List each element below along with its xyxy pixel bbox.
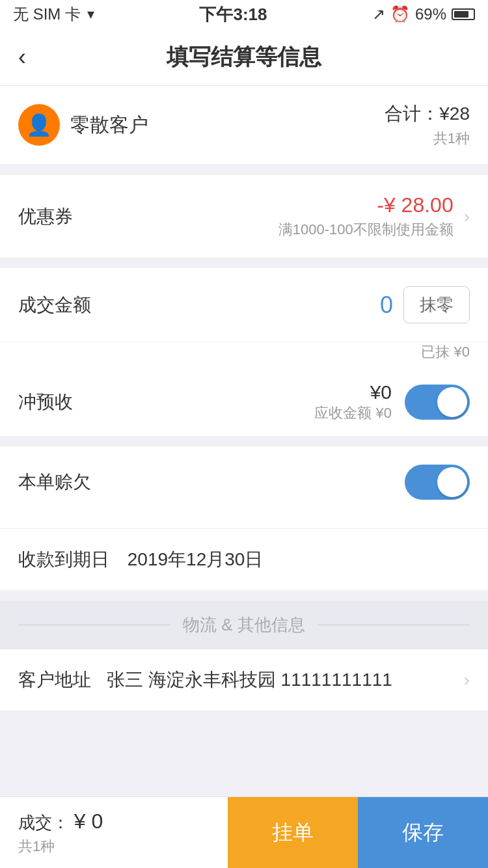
avatar: 👤 [18,104,60,146]
nav-bar: ‹ 填写结算等信息 [0,29,488,86]
amount-label: 成交金额 [18,293,91,318]
debt-label: 本单赊欠 [18,470,91,495]
save-button[interactable]: 保存 [358,797,488,868]
divider-line-right [318,625,470,625]
bottom-count: 共1种 [18,837,210,856]
prepayment-toggle[interactable] [405,385,470,420]
customer-count: 共1种 [385,129,470,148]
bottom-bar: 成交： ¥ 0 共1种 挂单 保存 [0,796,488,868]
customer-row: 👤 零散客户 合计：¥28 共1种 [0,86,488,164]
customer-right: 合计：¥28 共1种 [385,102,470,148]
bottom-total-line: 成交： ¥ 0 [18,809,210,834]
status-time: 下午3:18 [199,3,267,26]
amount-section: 成交金额 0 抹零 已抹 ¥0 冲预收 ¥0 应收金额 ¥0 [0,268,488,436]
bottom-total-value: ¥ 0 [74,809,103,833]
amount-value: 0 [380,292,393,319]
prepayment-sub: 应收金额 ¥0 [314,403,392,423]
coupon-row[interactable]: 优惠券 -¥ 28.00 满1000-100不限制使用金额 › [0,174,488,258]
wifi-icon: ▾ [87,6,94,23]
debt-row: 本单赊欠 [0,446,488,518]
amount-right: 0 抹零 [380,286,470,323]
customer-total: 合计：¥28 [385,102,470,126]
coupon-desc: 满1000-100不限制使用金额 [278,220,454,239]
carrier-label: 无 SIM 卡 [13,4,81,25]
customer-section: 👤 零散客户 合计：¥28 共1种 [0,86,488,164]
address-label: 客户地址 [18,668,91,692]
address-chevron: › [464,670,470,690]
bottom-summary: 成交： ¥ 0 共1种 [0,809,228,856]
page-title: 填写结算等信息 [167,42,321,72]
debt-toggle-knob [437,467,467,497]
save-button-label: 保存 [402,819,444,847]
prepayment-value: ¥0 应收金额 ¥0 [314,381,392,423]
customer-name: 零散客户 [70,112,148,139]
toggle-knob [437,387,467,417]
content: 👤 零散客户 合计：¥28 共1种 优惠券 -¥ 28.00 满1000-100… [0,86,488,799]
avatar-icon: 👤 [26,113,52,137]
coupon-label: 优惠券 [18,204,73,229]
round-button[interactable]: 抹零 [403,286,470,323]
alarm-icon: ⏰ [390,5,410,23]
bottom-total-label: 成交： [18,813,69,832]
pending-button-label: 挂单 [272,819,314,847]
bottom-buttons: 挂单 保存 [228,797,488,868]
due-date-label: 收款到期日 [18,549,109,569]
address-value: 张三 海淀永丰科技园 11111111111 [107,668,464,692]
due-date-row: 收款到期日 2019年12月30日 [0,528,488,590]
amount-row: 成交金额 0 抹零 [0,268,488,342]
coupon-chevron: › [464,206,470,227]
coupon-discount: -¥ 28.00 [278,193,454,217]
status-right: ↗ ⏰ 69% [372,5,475,23]
address-row[interactable]: 客户地址 张三 海淀永丰科技园 11111111111 › [0,649,488,711]
logistics-divider: 物流 & 其他信息 [0,601,488,649]
coupon-value-right: -¥ 28.00 满1000-100不限制使用金额 [278,193,454,239]
debt-toggle[interactable] [405,465,470,500]
prepayment-main: ¥0 [314,381,392,403]
prepayment-row: 冲预收 ¥0 应收金额 ¥0 [0,368,488,436]
logistics-label: 物流 & 其他信息 [183,614,305,636]
prepayment-label: 冲预收 [18,390,73,414]
coupon-right: -¥ 28.00 满1000-100不限制使用金额 › [278,193,470,239]
battery-label: 69% [415,5,446,23]
divider-line-left [18,625,170,625]
address-section[interactable]: 客户地址 张三 海淀永丰科技园 11111111111 › [0,649,488,711]
prepayment-right: ¥0 应收金额 ¥0 [314,381,470,423]
coupon-section[interactable]: 优惠券 -¥ 28.00 满1000-100不限制使用金额 › [0,174,488,258]
debt-section: 本单赊欠 收款到期日 2019年12月30日 [0,446,488,590]
due-date-value: 2019年12月30日 [128,549,264,569]
status-bar: 无 SIM 卡 ▾ 下午3:18 ↗ ⏰ 69% [0,0,488,29]
location-icon: ↗ [372,5,385,23]
customer-left: 👤 零散客户 [18,104,148,146]
amount-sub: 已抹 ¥0 [0,342,488,368]
status-left: 无 SIM 卡 ▾ [13,4,94,25]
pending-button[interactable]: 挂单 [228,797,358,868]
back-button[interactable]: ‹ [18,44,26,71]
